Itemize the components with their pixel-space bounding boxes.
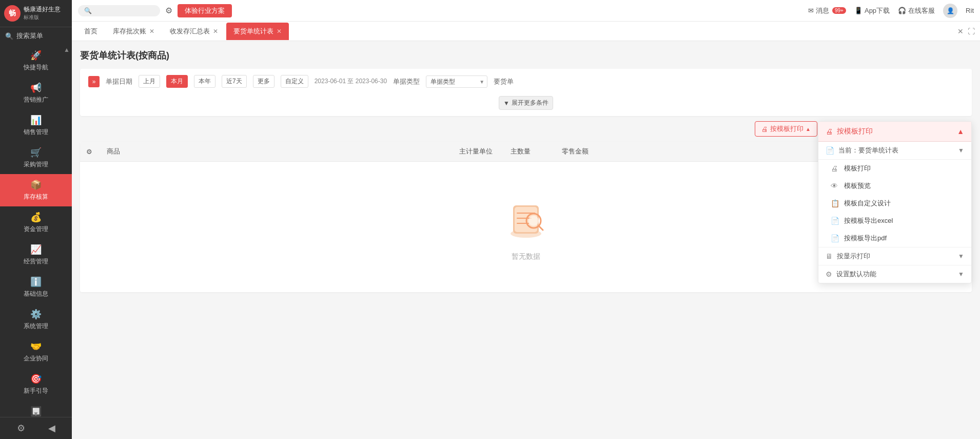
- logo-icon: 畅: [4, 5, 21, 22]
- sidebar: 畅 畅康通好生意 标准版 🔍 搜索菜单 ▲ 🚀 快捷导航 📢 营销推广 📊 销售…: [0, 0, 72, 439]
- finance-icon: 💰: [30, 212, 42, 223]
- tabs-right-controls: ✕ ⛶: [957, 27, 975, 35]
- app-download-action[interactable]: 📱 App下载: [854, 6, 890, 15]
- date-btn-this-year[interactable]: 本年: [194, 75, 215, 88]
- tabs-close-all-icon[interactable]: ✕: [957, 27, 964, 35]
- dropdown-item-export-pdf[interactable]: 📄 按模板导出pdf: [818, 230, 971, 247]
- tab-inventory-batch-label: 库存批次账: [113, 27, 146, 36]
- printer-dropdown-icon: 🖨: [826, 127, 833, 136]
- tab-order-stats-label: 要货单统计表: [233, 27, 273, 36]
- collab-icon: 🤝: [30, 341, 42, 352]
- sidebar-item-basic[interactable]: ℹ️ 基础信息: [0, 271, 72, 303]
- tab-inventory-batch[interactable]: 库存批次账 ✕: [106, 23, 162, 40]
- sidebar-item-label: 新手引导: [24, 387, 48, 395]
- app-sub: 标准版: [24, 14, 61, 21]
- dropdown-title: 按模板打印: [837, 127, 873, 136]
- sidebar-item-finance[interactable]: 💰 资金管理: [0, 206, 72, 239]
- tab-order-stats[interactable]: 要货单统计表 ✕: [226, 23, 289, 40]
- sidebar-item-operations[interactable]: 📈 经营管理: [0, 239, 72, 271]
- tab-receivable-summary-close[interactable]: ✕: [213, 28, 218, 35]
- tabs-expand-icon[interactable]: ⛶: [968, 27, 975, 35]
- template-print-icon: 🖨: [831, 164, 840, 173]
- settings-icon[interactable]: ⚙: [17, 423, 25, 434]
- message-icon: ✉: [808, 7, 814, 14]
- dropdown-item-template-print[interactable]: 🖨 模板打印: [818, 160, 971, 177]
- online-service-label: 在线客服: [908, 6, 935, 15]
- dropdown-header: 🖨 按模板打印 ▲: [818, 122, 971, 142]
- tab-home[interactable]: 首页: [77, 23, 105, 40]
- sidebar-item-purchase[interactable]: 🛒 采购管理: [0, 142, 72, 174]
- collapse-icon[interactable]: ◀: [48, 423, 55, 434]
- topbar-search-icon: 🔍: [84, 7, 92, 14]
- type-select[interactable]: 单据类型: [426, 75, 487, 88]
- table-col-settings[interactable]: ⚙: [86, 147, 107, 156]
- tab-order-stats-close[interactable]: ✕: [277, 28, 282, 35]
- date-btn-prev-month[interactable]: 上月: [139, 75, 160, 88]
- sidebar-item-guide[interactable]: 🎯 新手引导: [0, 368, 72, 400]
- app-download-label: App下载: [865, 6, 890, 15]
- tab-receivable-summary-label: 收发存汇总表: [170, 27, 210, 36]
- date-btn-this-month[interactable]: 本月: [166, 75, 188, 88]
- basic-icon: ℹ️: [30, 276, 42, 288]
- export-excel-label: 按模板导出excel: [844, 216, 893, 225]
- messages-action[interactable]: ✉ 消息 99+: [808, 6, 846, 15]
- topbar: 🔍 ⚙ 体验行业方案 ✉ 消息 99+ 📱 App下载 🎧 在线客服 👤 Rit: [72, 0, 980, 22]
- goods-label: 要货单: [494, 77, 514, 86]
- dropdown-display-print-section: 🖥 按显示打印 ▼: [818, 247, 971, 265]
- topbar-actions: ✉ 消息 99+ 📱 App下载 🎧 在线客服 👤 Rit: [808, 4, 974, 18]
- dropdown-default-header[interactable]: ⚙ 设置默认功能 ▼: [818, 265, 971, 283]
- toolbar: 🖨 按模板打印 ▲ ⬆ 导出 ↻ 刷新 ⋯ 查询 设置 🖨 按模板打印: [80, 121, 972, 137]
- print-template-dropdown: 🖨 按模板打印 ▲ 📄 当前：要货单统计表 ▼: [818, 121, 972, 283]
- sidebar-item-inventory[interactable]: 📦 库存核算: [0, 174, 72, 206]
- trial-industry-button[interactable]: 体验行业方案: [178, 4, 232, 17]
- headset-icon: 🎧: [898, 7, 906, 14]
- topbar-gear-icon[interactable]: ⚙: [165, 6, 172, 15]
- sidebar-item-label: 系统管理: [24, 322, 48, 331]
- user-icon: 👤: [947, 7, 954, 14]
- sidebar-item-system[interactable]: ⚙️ 系统管理: [0, 303, 72, 336]
- sidebar-item-label: 基础信息: [24, 290, 48, 298]
- date-btn-custom[interactable]: 自定义: [281, 75, 308, 88]
- type-label: 单据类型: [393, 77, 420, 86]
- tab-home-label: 首页: [84, 27, 97, 36]
- default-chevron-icon: ▼: [958, 271, 964, 278]
- messages-label: 消息: [816, 6, 829, 15]
- expand-more-conditions[interactable]: ▼ 展开更多条件: [499, 96, 553, 110]
- template-print-label: 模板打印: [844, 164, 871, 173]
- messages-badge: 99+: [832, 7, 846, 14]
- sidebar-item-marketing[interactable]: 📢 营销推广: [0, 77, 72, 109]
- sidebar-item-label: 快捷导航: [24, 63, 48, 72]
- current-chevron-icon: ▼: [958, 147, 964, 154]
- sidebar-item-label: 企业协同: [24, 354, 48, 363]
- filter-expand-toggle[interactable]: »: [88, 76, 100, 87]
- dropdown-display-print-header[interactable]: 🖥 按显示打印 ▼: [818, 247, 971, 265]
- search-icon: 🔍: [5, 32, 13, 40]
- dropdown-close-chevron[interactable]: ▲: [957, 127, 964, 136]
- tab-inventory-batch-close[interactable]: ✕: [149, 28, 154, 35]
- date-btn-7days[interactable]: 近7天: [222, 75, 247, 88]
- date-label: 单据日期: [106, 77, 132, 86]
- filter-card: » 单据日期 上月 本月 本年 近7天 更多 自定义 2023-06-01 至 …: [80, 69, 972, 116]
- search-menu[interactable]: 🔍 搜索菜单: [0, 27, 72, 45]
- dropdown-item-template-preview[interactable]: 👁 模板预览: [818, 177, 971, 195]
- export-excel-icon: 📄: [831, 217, 840, 225]
- sidebar-item-collab[interactable]: 🤝 企业协同: [0, 336, 72, 368]
- sidebar-item-quick-nav[interactable]: 🚀 快捷导航: [0, 45, 72, 77]
- page-title: 要货单统计表(按商品): [80, 49, 972, 62]
- date-btn-more[interactable]: 更多: [253, 75, 275, 88]
- tabs-bar: 首页 库存批次账 ✕ 收发存汇总表 ✕ 要货单统计表 ✕ ✕ ⛶: [72, 22, 980, 41]
- dropdown-current-header[interactable]: 📄 当前：要货单统计表 ▼: [818, 142, 971, 159]
- dropdown-current-section: 📄 当前：要货单统计表 ▼: [818, 142, 971, 160]
- tab-receivable-summary[interactable]: 收发存汇总表 ✕: [163, 23, 225, 40]
- topbar-search[interactable]: 🔍: [78, 5, 160, 16]
- table-col-qty: 主数量: [511, 147, 562, 156]
- sales-icon: 📊: [30, 114, 42, 126]
- user-avatar[interactable]: 👤: [943, 4, 957, 18]
- dropdown-item-template-design[interactable]: 📋 模板自定义设计: [818, 195, 971, 212]
- dropdown-item-export-excel[interactable]: 📄 按模板导出excel: [818, 212, 971, 230]
- print-template-button[interactable]: 🖨 按模板打印 ▲: [755, 121, 817, 137]
- online-service-action[interactable]: 🎧 在线客服: [898, 6, 935, 15]
- sidebar-item-label: 销售管理: [24, 128, 48, 137]
- scroll-down-indicator[interactable]: ▼: [0, 410, 72, 417]
- sidebar-item-sales[interactable]: 📊 销售管理: [0, 109, 72, 142]
